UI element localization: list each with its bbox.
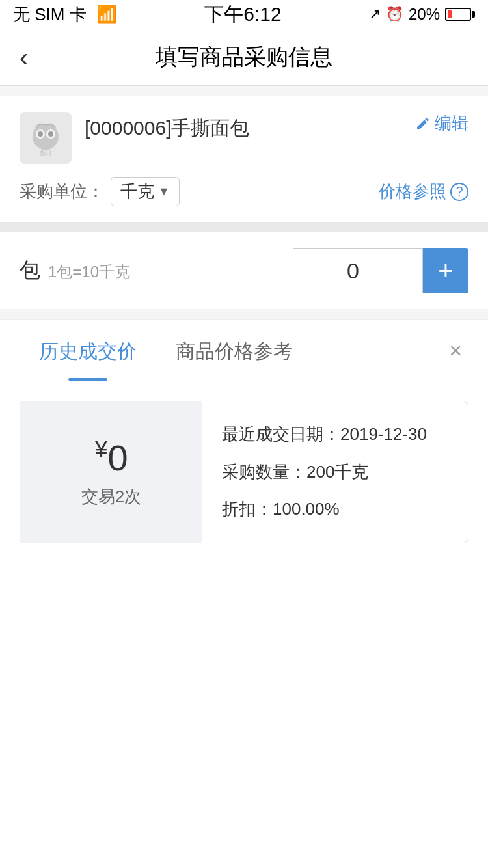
tabs-container: 历史成交价 商品价格参考 × ¥0 交易2次 最近成交日期：2019-12-30 (0, 319, 488, 563)
product-name: [0000006]手撕面包 (85, 112, 249, 142)
discount-line: 折扣：100.00% (222, 496, 448, 523)
product-footer: 采购单位： 千克 ▼ 价格参照 ? (20, 177, 468, 206)
tabs-header: 历史成交价 商品价格参考 × (0, 320, 488, 381)
status-carrier: 无 SIM 卡 📶 (13, 3, 117, 26)
battery-percent: 20% (409, 5, 440, 23)
edit-icon (415, 116, 431, 131)
price-ref-label: 价格参照 (379, 180, 446, 203)
quantity-input[interactable] (293, 248, 423, 293)
history-price-left: ¥0 交易2次 (20, 401, 202, 543)
status-icons: ↗ ⏰ 20% (369, 5, 475, 23)
tab-content-history: ¥0 交易2次 最近成交日期：2019-12-30 采购数量：200千克 折扣：… (0, 381, 488, 563)
recent-date-line: 最近成交日期：2019-12-30 (222, 421, 448, 448)
wifi-icon: 📶 (96, 5, 117, 24)
svg-point-3 (38, 131, 43, 137)
product-thumbnail: 数计 (20, 112, 72, 164)
nav-bar: ‹ 填写商品采购信息 (0, 29, 488, 86)
quantity-label: 包 1包=10千克 (20, 256, 130, 285)
svg-point-5 (38, 139, 53, 150)
product-card: 数计 [0000006]手撕面包 编辑 采购单位： 千克 ▼ 价格参照 ? (0, 96, 488, 222)
transaction-count: 交易2次 (81, 485, 141, 508)
location-icon: ↗ (369, 6, 381, 23)
quantity-row: 包 1包=10千克 + (0, 232, 488, 309)
section-divider (0, 222, 488, 232)
edit-button[interactable]: 编辑 (415, 112, 468, 135)
dropdown-arrow-icon: ▼ (158, 185, 170, 198)
tab-price-reference[interactable]: 商品价格参考 (156, 320, 312, 381)
battery-icon (445, 8, 475, 21)
svg-text:数计: 数计 (40, 150, 52, 156)
history-price-amount: ¥0 (94, 436, 128, 479)
currency-symbol: ¥ (94, 436, 107, 463)
back-button[interactable]: ‹ (20, 44, 28, 70)
status-bar: 无 SIM 卡 📶 下午6:12 ↗ ⏰ 20% (0, 0, 488, 29)
help-icon: ? (450, 183, 468, 201)
svg-point-4 (48, 131, 53, 137)
tabs-close-button[interactable]: × (442, 325, 468, 376)
unit-label: 采购单位： (20, 180, 104, 203)
bottom-space (0, 563, 488, 868)
status-time: 下午6:12 (204, 1, 281, 28)
history-price-card: ¥0 交易2次 最近成交日期：2019-12-30 采购数量：200千克 折扣：… (20, 401, 468, 543)
tab-history-price[interactable]: 历史成交价 (20, 320, 156, 381)
quantity-plus-button[interactable]: + (423, 248, 468, 293)
product-logo-icon: 数计 (26, 118, 65, 157)
unit-section: 采购单位： 千克 ▼ (20, 177, 180, 206)
alarm-icon: ⏰ (386, 6, 403, 23)
purchase-qty-line: 采购数量：200千克 (222, 459, 448, 486)
price-reference-button[interactable]: 价格参照 ? (379, 180, 468, 203)
history-price-right: 最近成交日期：2019-12-30 采购数量：200千克 折扣：100.00% (202, 401, 468, 543)
unit-value: 千克 (120, 180, 154, 203)
quantity-unit-sub: 1包=10千克 (48, 262, 130, 282)
unit-dropdown[interactable]: 千克 ▼ (111, 177, 180, 206)
quantity-unit-main: 包 (20, 256, 40, 285)
product-left: 数计 [0000006]手撕面包 (20, 112, 249, 164)
quantity-input-section: + (293, 248, 468, 293)
page-title: 填写商品采购信息 (156, 42, 332, 72)
product-header: 数计 [0000006]手撕面包 编辑 (20, 112, 468, 164)
